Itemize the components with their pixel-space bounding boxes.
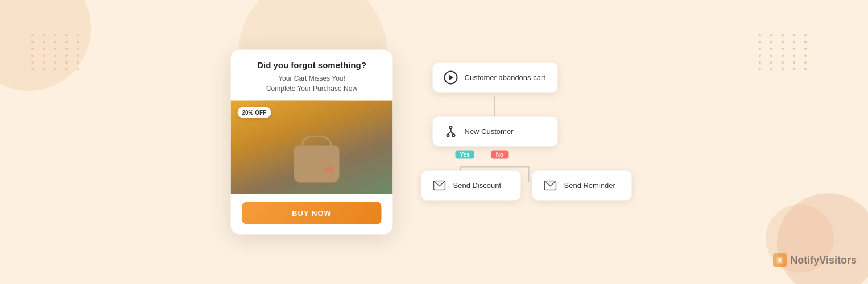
connector-branch-right <box>528 166 530 182</box>
svg-point-4 <box>447 134 449 136</box>
main-content: Did you forgot something? Your Cart Miss… <box>231 50 638 235</box>
badge-no: No <box>491 150 508 158</box>
play-icon <box>443 69 459 85</box>
bg-dots-right <box>759 34 811 70</box>
action-no-node: Send Reminder <box>532 170 632 200</box>
action-no-label: Send Reminder <box>564 181 615 190</box>
bg-dots-left <box>31 34 84 70</box>
popup-image-container: 20% OFF <box>231 101 393 194</box>
condition-badges: Yes No <box>456 150 509 158</box>
popup-header: Did you forgot something? Your Cart Miss… <box>231 50 393 101</box>
email-send-discount-icon <box>432 177 448 193</box>
badge-yes: Yes <box>456 150 474 158</box>
bag-buckle <box>325 167 333 173</box>
svg-point-9 <box>779 258 782 261</box>
condition-node: New Customer <box>433 116 558 146</box>
workflow-container: Customer abandons cart New Customer Yes … <box>421 51 638 233</box>
notify-visitors-logo: NotifyVisitors <box>773 253 857 267</box>
popup-title: Did you forgot something? <box>242 60 382 70</box>
trigger-node-label: Customer abandons cart <box>465 73 545 82</box>
popup-card: Did you forgot something? Your Cart Miss… <box>231 50 393 235</box>
discount-badge: 20% OFF <box>238 107 271 118</box>
notify-logo-text: NotifyVisitors <box>790 254 857 266</box>
buy-now-button[interactable]: BUY NOW <box>242 202 382 224</box>
popup-subtitle: Your Cart Misses You! Complete Your Purc… <box>242 73 382 94</box>
popup-footer: BUY NOW <box>231 194 393 235</box>
condition-node-label: New Customer <box>465 127 514 136</box>
fork-icon <box>443 123 459 139</box>
svg-point-5 <box>453 134 455 136</box>
svg-point-0 <box>450 126 452 128</box>
notify-logo-icon <box>773 253 787 267</box>
trigger-node: Customer abandons cart <box>433 62 558 92</box>
bag-shape <box>294 146 339 183</box>
connector-h <box>460 166 528 167</box>
action-yes-node: Send Discount <box>421 170 521 200</box>
email-send-reminder-icon <box>543 177 559 193</box>
bag-strap <box>301 136 332 148</box>
action-yes-label: Send Discount <box>453 181 502 190</box>
